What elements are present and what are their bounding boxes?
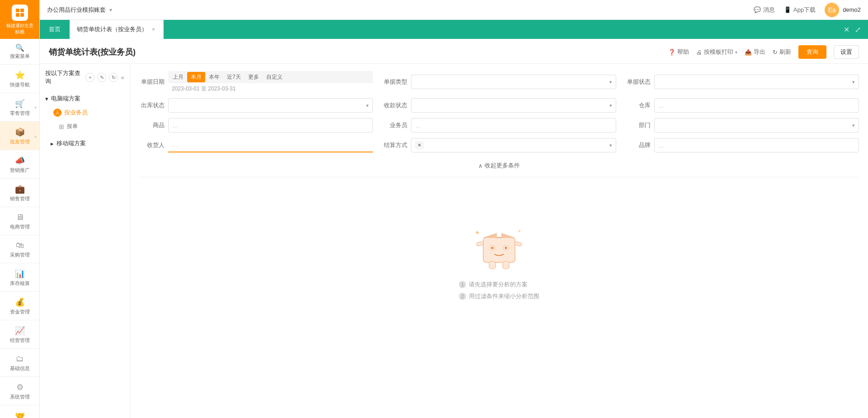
recipient-input[interactable]: … bbox=[168, 138, 373, 152]
sidebar-item-sales[interactable]: 💼 销售管理 bbox=[0, 179, 39, 207]
filter-divider bbox=[139, 177, 859, 177]
page-inner: 销货单统计表(按业务员) ❓ 帮助 🖨 按模板打印 ▾ 📤 导出 bbox=[40, 39, 868, 418]
payment-status-dropdown-icon: ▾ bbox=[609, 103, 612, 109]
scheme-panel-actions: + ✎ ↻ « bbox=[85, 73, 124, 82]
date-tab-last-month[interactable]: 上月 bbox=[169, 72, 187, 82]
topbar-left: 办公用品行业模拟账套 ▾ bbox=[47, 6, 112, 14]
close-window-btn[interactable]: ✕ bbox=[844, 25, 849, 34]
sidebar-item-quick-nav[interactable]: ⭐ 快捷导航 bbox=[0, 65, 39, 93]
sidebar-item-wholesale[interactable]: 📦 批发管理 ▴ bbox=[0, 122, 39, 150]
goods-label: 商品 bbox=[139, 121, 165, 129]
enterprise-icon: 🤝 bbox=[15, 411, 25, 418]
tab-close-btn[interactable]: × bbox=[151, 25, 156, 33]
query-btn-label: 查询 bbox=[807, 48, 818, 56]
refresh-btn[interactable]: ↻ 刷新 bbox=[773, 48, 791, 56]
sidebar-item-inventory[interactable]: 📊 库存核算 bbox=[0, 263, 39, 292]
filter-row-1: 单据日期 上月 本月 本年 近7天 更多 自定义 20 bbox=[139, 71, 859, 93]
scheme-collapse-btn[interactable]: « bbox=[121, 74, 124, 81]
sidebar-item-basics[interactable]: 🗂 基础信息 bbox=[0, 349, 39, 377]
sidebar-item-enterprise[interactable]: 🤝 企业协同 bbox=[0, 405, 39, 418]
out-status-dropdown-icon: ▾ bbox=[366, 103, 369, 109]
logo-subtitle: 畅捷通好生意 bbox=[6, 23, 33, 28]
marketing-icon: 📣 bbox=[15, 156, 25, 166]
finance-icon: 💰 bbox=[15, 297, 25, 307]
hint-1: 1 请先选择要分析的方案 bbox=[459, 280, 539, 289]
date-tab-more[interactable]: 更多 bbox=[245, 72, 263, 82]
hint-2: 2 用过滤条件来缩小分析范围 bbox=[459, 292, 539, 300]
date-tab-custom[interactable]: 自定义 bbox=[263, 72, 286, 82]
tab-sales-stats[interactable]: 销货单统计表（按业务员） × bbox=[70, 20, 164, 39]
filter-out-status: 出库状态 ▾ bbox=[139, 98, 373, 113]
help-btn[interactable]: ❓ 帮助 bbox=[668, 48, 689, 56]
out-status-input[interactable]: ▾ bbox=[168, 98, 373, 113]
sidebar-item-retail[interactable]: 🛒 零售管理 ▾ bbox=[0, 93, 39, 122]
topbar-dropdown-icon[interactable]: ▾ bbox=[109, 7, 112, 13]
search-menu-btn[interactable]: 🔍 搜索菜单 bbox=[0, 39, 39, 65]
desktop-group-label: 电脑端方案 bbox=[51, 95, 80, 103]
settlement-tag-close[interactable]: × bbox=[418, 142, 421, 148]
doc-status-input[interactable]: ▾ bbox=[654, 75, 859, 89]
user-profile-btn[interactable]: Ea demo2 bbox=[825, 3, 861, 17]
settlement-dropdown-icon: ▾ bbox=[609, 142, 612, 148]
salesperson-input[interactable]: … bbox=[411, 118, 616, 133]
app-download-btn[interactable]: 📱 App下载 bbox=[784, 6, 816, 14]
warehouse-label: 仓库 bbox=[625, 101, 651, 109]
scheme-sub-item-by-order[interactable]: ⊞ 按单 bbox=[40, 120, 130, 133]
template-print-btn[interactable]: 🖨 按模板打印 ▾ bbox=[696, 48, 737, 56]
sidebar-item-purchase[interactable]: 🛍 采购管理 bbox=[0, 235, 39, 263]
warehouse-input[interactable]: … bbox=[654, 98, 859, 113]
doc-type-input[interactable]: ▾ bbox=[411, 75, 616, 89]
export-btn[interactable]: 📤 导出 bbox=[745, 48, 765, 56]
scheme-item-by-salesperson[interactable]: 人 按业务员 bbox=[40, 105, 130, 120]
add-icon: + bbox=[89, 75, 91, 80]
recipient-label: 收货人 bbox=[139, 141, 165, 149]
department-input[interactable]: ▾ bbox=[654, 118, 859, 133]
filter-salesperson: 业务员 … bbox=[382, 118, 616, 133]
tab-home[interactable]: 首页 bbox=[40, 20, 70, 39]
desktop-scheme-group: ▾ 电脑端方案 人 按业务员 ⊞ 按单 bbox=[40, 90, 130, 135]
retail-arrow-icon: ▾ bbox=[34, 105, 37, 110]
scheme-item-icon: 人 bbox=[53, 109, 61, 117]
goods-input[interactable]: … bbox=[168, 118, 373, 133]
sidebar: 畅捷通好生意 标账 🔍 搜索菜单 ⭐ 快捷导航 🛒 零售管理 ▾ 📦 批发管理 … bbox=[0, 0, 40, 418]
page-header: 销货单统计表(按业务员) ❓ 帮助 🖨 按模板打印 ▾ 📤 导出 bbox=[40, 39, 868, 64]
mobile-group-title[interactable]: ▸ 移动端方案 bbox=[40, 137, 130, 150]
inventory-icon: 📊 bbox=[15, 269, 25, 279]
sidebar-item-operations[interactable]: 📈 经营管理 bbox=[0, 320, 39, 349]
date-tab-7days[interactable]: 近7天 bbox=[223, 72, 245, 82]
payment-status-input[interactable]: ▾ bbox=[411, 98, 616, 113]
svg-rect-12 bbox=[489, 261, 495, 269]
mobile-group-label: 移动端方案 bbox=[57, 139, 86, 147]
settlement-input[interactable]: × ▾ bbox=[411, 138, 616, 152]
date-tab-this-month[interactable]: 本月 bbox=[187, 72, 205, 82]
desktop-group-arrow-icon: ▾ bbox=[45, 95, 48, 102]
desktop-group-title[interactable]: ▾ 电脑端方案 bbox=[40, 92, 130, 105]
message-btn[interactable]: 💬 消息 bbox=[754, 6, 775, 14]
sidebar-item-ecommerce[interactable]: 🖥 电商管理 bbox=[0, 207, 39, 235]
settings-btn[interactable]: 设置 bbox=[834, 45, 859, 59]
scheme-refresh-btn[interactable]: ↻ bbox=[109, 73, 118, 82]
template-print-label: 按模板打印 bbox=[704, 48, 733, 56]
message-icon: 💬 bbox=[754, 6, 761, 13]
basics-icon: 🗂 bbox=[16, 354, 24, 364]
query-btn[interactable]: 查询 bbox=[798, 45, 826, 59]
collapse-more-conditions-btn[interactable]: ∧ 收起更多条件 bbox=[139, 158, 859, 173]
maximize-window-btn[interactable]: ⤢ bbox=[855, 25, 861, 34]
brand-more-icon: … bbox=[658, 142, 664, 149]
quick-nav-label: 快捷导航 bbox=[10, 81, 30, 88]
department-dropdown-icon: ▾ bbox=[852, 123, 855, 128]
logo-text: 标账 bbox=[15, 28, 25, 35]
date-tab-this-year[interactable]: 本年 bbox=[205, 72, 223, 82]
topbar-right: 💬 消息 📱 App下载 Ea demo2 bbox=[754, 3, 861, 17]
filter-goods: 商品 … bbox=[139, 118, 373, 133]
settings-btn-label: 设置 bbox=[840, 48, 852, 56]
sidebar-item-system[interactable]: ⚙ 系统管理 bbox=[0, 377, 39, 405]
brand-input[interactable]: … bbox=[654, 138, 859, 152]
svg-rect-0 bbox=[16, 9, 19, 12]
sidebar-item-finance[interactable]: 💰 资金管理 bbox=[0, 292, 39, 320]
scheme-add-btn[interactable]: + bbox=[85, 73, 94, 82]
doc-status-label: 单据状态 bbox=[625, 78, 651, 86]
sub-item-label: 按单 bbox=[67, 123, 78, 130]
scheme-edit-btn[interactable]: ✎ bbox=[97, 73, 106, 82]
sidebar-item-marketing[interactable]: 📣 营销推广 bbox=[0, 150, 39, 179]
